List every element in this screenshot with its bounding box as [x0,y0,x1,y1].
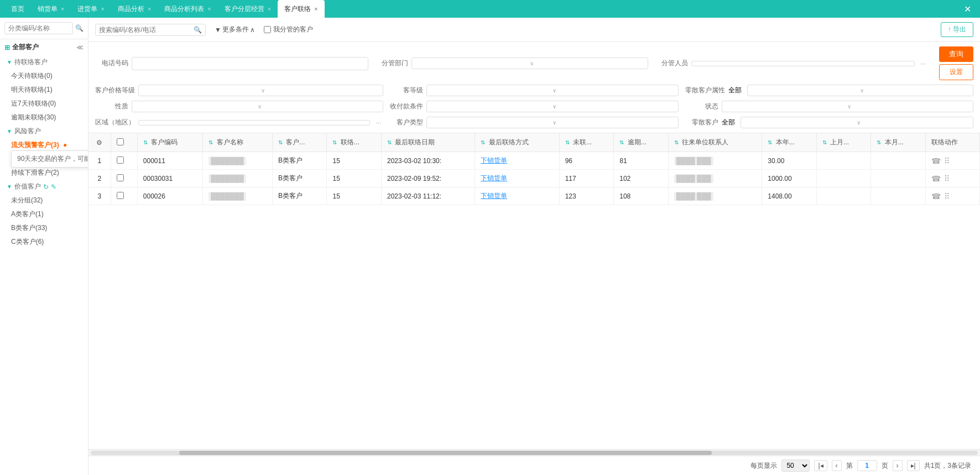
select-all-checkbox[interactable] [117,138,124,145]
filter-status-label: 状态 [685,102,718,111]
last-page-button[interactable]: ▸| [907,460,920,471]
th-last-month[interactable]: ⇅ 上月... [816,133,871,152]
sidebar-item-today[interactable]: 今天待联络(0) [0,69,88,83]
action-more-icon[interactable]: ⠿ [944,174,950,183]
action-more-icon[interactable]: ⠿ [944,192,950,201]
th-overdue[interactable]: ⇅ 逾期... [614,133,669,152]
tab-sales[interactable]: 销货单 × [31,0,71,18]
th-last-date[interactable]: ⇅ 最后联络日期 [382,133,475,152]
tab-customer-tier-close[interactable]: × [268,6,271,12]
action-contact-icon[interactable]: ☎ [931,156,941,165]
filter-person-dots[interactable]: ··· [918,60,928,67]
tab-purchase[interactable]: 进货单 × [71,0,111,18]
sidebar-group-pending[interactable]: ▼ 待联络客户 [0,55,88,69]
filter-region-dots[interactable]: ··· [373,119,383,127]
th-contact-person[interactable]: ⇅ 往来单位联系人 [668,133,762,152]
th-this-year[interactable]: ⇅ 本年... [762,133,817,152]
row-checkbox[interactable] [111,152,137,170]
tab-analysis[interactable]: 商品分析 × [111,0,158,18]
chevron-down-icon2: ∨ [261,87,380,93]
tab-analysis-list[interactable]: 商品分析列表 × [158,0,217,18]
filter-phone-input[interactable] [132,57,368,70]
filter-region-select[interactable] [138,120,370,126]
row-checkbox[interactable] [111,170,137,187]
toolbar-search-input[interactable] [99,26,194,34]
my-customers-checkbox-label[interactable]: 我分管的客户 [264,25,313,34]
row-code: 000011 [137,152,202,170]
tab-sales-close[interactable]: × [61,6,64,12]
next-page-button[interactable]: › [893,460,903,471]
last-method-link[interactable]: 下销货单 [481,156,507,164]
last-method-link[interactable]: 下销货单 [481,174,507,182]
th-code[interactable]: ⇅ 客户编码 [137,133,202,152]
filter-status-select[interactable]: ∨ [722,101,973,112]
filter-zero-attr-select[interactable]: ∨ [747,85,973,96]
window-close-button[interactable]: ✕ [960,4,976,14]
query-button[interactable]: 查询 [939,46,973,62]
filter-zero-cust-select[interactable]: ∨ [741,117,973,128]
action-contact-icon[interactable]: ☎ [931,192,941,201]
filter-status: 状态 ∨ [685,101,973,112]
sidebar-group-value[interactable]: ▼ 价值客户 ↻ ✎ [0,180,88,194]
page-number-input[interactable] [857,460,877,471]
th-this-month[interactable]: ⇅ 本月... [871,133,926,152]
toolbar-search-icon[interactable]: 🔍 [194,26,202,34]
settings-button[interactable]: 设置 [939,64,973,80]
sidebar-item-ungrouped[interactable]: 未分组(32) [0,194,88,207]
tab-customer-contact[interactable]: 客户联络 × [278,0,324,18]
value-group-edit[interactable]: ✎ [51,183,56,191]
row-select-checkbox[interactable] [117,192,124,199]
row-select-checkbox[interactable] [117,174,124,181]
row-checkbox[interactable] [111,187,137,205]
action-more-icon[interactable]: ⠿ [944,156,950,165]
sidebar-search-icon[interactable]: 🔍 [75,24,84,32]
sidebar-item-declining[interactable]: 持续下滑客户(2) [0,166,88,180]
settings-gear-icon[interactable]: ⚙ [96,139,102,147]
filter-dept-select[interactable]: ∨ [411,58,648,69]
th-last-method[interactable]: ⇅ 最后联络方式 [475,133,560,152]
action-contact-icon[interactable]: ☎ [931,174,941,183]
th-name[interactable]: ⇅ 客户名称 [203,133,273,152]
sidebar-item-tomorrow[interactable]: 明天待联络(1) [0,83,88,97]
more-conditions-button[interactable]: ▼ 更多条件 ∧ [210,23,259,36]
value-group-refresh[interactable]: ↻ [43,183,49,191]
horizontal-scrollbar[interactable] [88,449,980,456]
tab-analysis-close[interactable]: × [148,6,151,12]
sidebar-search-input[interactable] [4,22,73,34]
row-last-method[interactable]: 下销货单 [475,152,560,170]
row-last-method[interactable]: 下销货单 [475,187,560,205]
row-this-year: 30.00 [762,152,817,170]
filter-payment-select[interactable]: ∨ [426,101,678,112]
row-last-method[interactable]: 下销货单 [475,170,560,187]
filter-price-select[interactable]: ∨ [138,85,383,96]
tab-home[interactable]: 首页 [4,0,31,18]
filter-person-select[interactable] [691,61,915,66]
sidebar-group-risk[interactable]: ▼ 风险客户 [0,124,88,138]
th-checkbox[interactable] [111,133,137,152]
export-button[interactable]: ↑ 导出 [941,22,973,37]
sidebar-item-class-a[interactable]: A类客户(1) [0,207,88,221]
last-method-link[interactable]: 下销货单 [481,192,507,200]
tab-customer-tier[interactable]: 客户分层经营 × [218,0,278,18]
tab-customer-contact-close[interactable]: × [314,6,317,12]
tab-analysis-list-close[interactable]: × [207,6,211,12]
prev-page-button[interactable]: ‹ [832,460,842,471]
row-select-checkbox[interactable] [117,156,124,164]
th-contact[interactable]: ⇅ 联络... [327,133,382,152]
tab-purchase-close[interactable]: × [101,6,104,12]
filter-zero-attr: 零散客户属性 全部 ∨ [685,85,973,96]
filter-level-select[interactable]: ∨ [426,85,678,96]
filter-cust-type-select[interactable]: ∨ [426,117,678,128]
sidebar-item-class-c[interactable]: C类客户(6) [0,235,88,249]
sidebar-item-class-b[interactable]: B类客户(33) [0,221,88,235]
sidebar-all-customers[interactable]: ⊞ 全部客户 ≪ [0,39,88,55]
th-settings[interactable]: ⚙ [88,133,111,152]
th-no-contact[interactable]: ⇅ 未联... [559,133,614,152]
per-page-select[interactable]: 50 100 [781,460,810,472]
first-page-button[interactable]: |◂ [814,460,827,471]
sidebar-item-7days[interactable]: 近7天待联络(0) [0,97,88,111]
sidebar-item-overdue[interactable]: 逾期未联络(30) [0,111,88,124]
filter-nature-select[interactable]: ∨ [132,101,383,112]
my-customers-checkbox[interactable] [264,26,271,33]
th-cust-type[interactable]: ⇅ 客户... [272,133,327,152]
